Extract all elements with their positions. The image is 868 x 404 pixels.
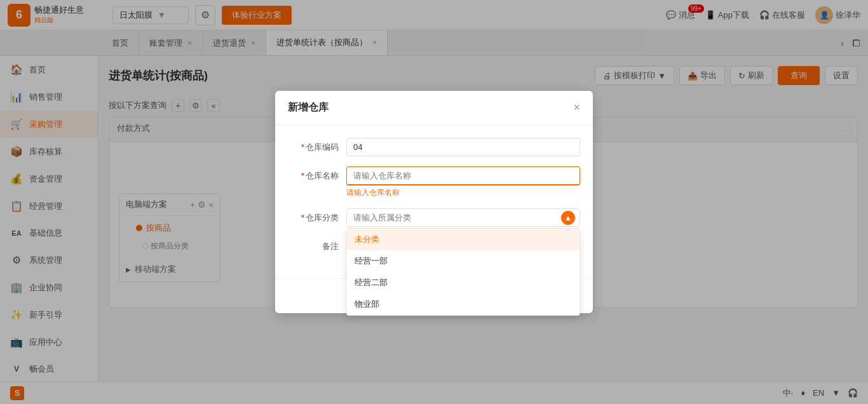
modal-body: 仓库编码 仓库名称 请输入仓库名称 仓库分类 (275, 125, 593, 278)
dropdown-item-dept1[interactable]: 经营一部 (347, 250, 580, 272)
category-input[interactable] (346, 208, 580, 227)
name-label: 仓库名称 (288, 166, 339, 182)
note-label: 备注 (288, 237, 339, 252)
dropdown-item-property[interactable]: 物业部 (347, 293, 580, 315)
modal-overlay: 新增仓库 × 仓库编码 仓库名称 请输入仓库名称 仓库分类 (0, 0, 868, 404)
modal-header: 新增仓库 × (275, 91, 593, 125)
code-input[interactable] (346, 138, 580, 156)
add-warehouse-modal: 新增仓库 × 仓库编码 仓库名称 请输入仓库名称 仓库分类 (275, 91, 593, 313)
name-error-msg: 请输入仓库名称 (346, 187, 580, 198)
category-label: 仓库分类 (288, 208, 339, 224)
dropdown-item-uncategorized[interactable]: 未分类 (347, 229, 580, 250)
form-row-category: 仓库分类 ▲ 未分类 经营一部 经营二部 物业部 (288, 208, 580, 227)
modal-close-icon[interactable]: × (573, 101, 580, 114)
form-row-name: 仓库名称 请输入仓库名称 (288, 166, 580, 198)
code-label: 仓库编码 (288, 138, 339, 153)
dropdown-item-dept2[interactable]: 经营二部 (347, 272, 580, 293)
chevron-up-icon: ▲ (564, 213, 572, 222)
name-input[interactable] (346, 166, 580, 185)
form-row-code: 仓库编码 (288, 138, 580, 156)
category-select-wrapper: ▲ 未分类 经营一部 经营二部 物业部 (346, 208, 580, 227)
category-dropdown-list: 未分类 经营一部 经营二部 物业部 (346, 228, 580, 316)
category-field: ▲ 未分类 经营一部 经营二部 物业部 (346, 208, 580, 227)
category-dropdown-icon[interactable]: ▲ (561, 211, 575, 225)
name-field: 请输入仓库名称 (346, 166, 580, 198)
code-field (346, 138, 580, 156)
modal-title: 新增仓库 (288, 101, 329, 114)
